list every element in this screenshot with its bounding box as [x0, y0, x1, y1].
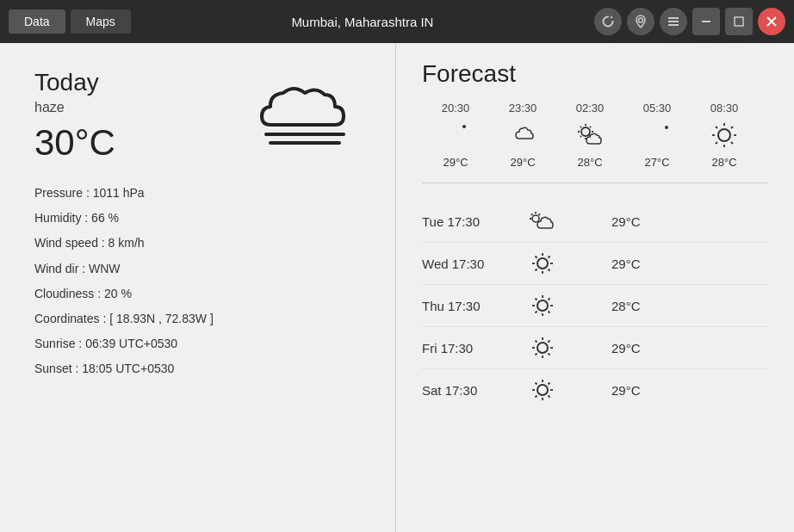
today-info: Today haze 30°C — [34, 69, 115, 164]
hourly-icon-0 — [440, 120, 471, 151]
maximize-button[interactable] — [725, 8, 753, 35]
window-title: Mumbai, Maharashtra IN — [136, 15, 589, 29]
hourly-time-0: 20:30 — [442, 102, 470, 114]
titlebar: Data Maps Mumbai, Maharashtra IN — [0, 0, 794, 43]
svg-line-61 — [536, 354, 537, 356]
svg-line-41 — [549, 269, 550, 271]
hourly-time-1: 23:30 — [509, 102, 537, 114]
detail-sunrise: Sunrise : 06:39 UTC+0530 — [34, 331, 361, 356]
svg-point-53 — [537, 343, 548, 353]
minimize-icon — [700, 15, 712, 28]
svg-line-52 — [536, 312, 537, 313]
svg-rect-4 — [702, 21, 710, 22]
hourly-time-3: 05:30 — [643, 102, 672, 114]
titlebar-icons — [594, 8, 785, 35]
hourly-temp-4: 28°C — [711, 156, 736, 169]
hourly-icon-3 — [642, 120, 673, 151]
tab-maps[interactable]: Maps — [71, 9, 131, 34]
svg-line-40 — [536, 257, 537, 258]
svg-point-20 — [665, 126, 668, 129]
hourly-item-3: 05:30 27°C — [623, 102, 691, 169]
svg-line-59 — [549, 354, 550, 356]
svg-line-33 — [531, 214, 533, 216]
svg-line-16 — [580, 127, 581, 127]
svg-rect-5 — [735, 17, 743, 26]
right-panel: Forecast 20:30 29°C 23:30 29°C — [396, 43, 794, 532]
daily-temp-2: 28°C — [611, 299, 641, 313]
daily-temp-4: 29°C — [611, 383, 641, 398]
svg-point-10 — [462, 125, 466, 128]
svg-line-18 — [590, 127, 591, 127]
svg-line-58 — [536, 341, 537, 343]
svg-point-44 — [537, 300, 548, 311]
location-icon — [634, 15, 648, 28]
daily-row-4: Sat 17:30 29°C — [422, 369, 768, 411]
daily-icon-1 — [517, 250, 568, 277]
tab-data[interactable]: Data — [9, 9, 65, 34]
svg-point-62 — [537, 385, 548, 395]
maximize-icon — [733, 15, 745, 28]
svg-line-19 — [580, 136, 581, 137]
hourly-temp-0: 29°C — [443, 156, 468, 169]
hourly-time-4: 08:30 — [710, 102, 739, 114]
menu-button[interactable] — [660, 8, 687, 35]
today-weather-icon — [249, 69, 361, 155]
svg-line-29 — [716, 142, 717, 144]
minimize-button[interactable] — [692, 8, 720, 35]
detail-coordinates: Coordinates : [ 18.93N , 72.83W ] — [34, 306, 361, 331]
hourly-item-0: 20:30 29°C — [422, 102, 489, 169]
left-panel: Today haze 30°C Pressure : 1011 hPa — [0, 43, 396, 532]
svg-line-70 — [536, 396, 537, 398]
detail-pressure: Pressure : 1011 hPa — [34, 181, 361, 206]
detail-cloudiness: Cloudiness : 20 % — [34, 281, 361, 306]
svg-line-49 — [536, 299, 537, 300]
hourly-item-4: 08:30 28°C — [691, 102, 758, 169]
daily-date-2: Thu 17:30 — [422, 299, 517, 313]
svg-line-42 — [549, 257, 550, 258]
daily-icon-0 — [517, 207, 568, 235]
daily-icon-3 — [517, 334, 568, 362]
detail-sunset: Sunset : 18:05 UTC+0530 — [34, 356, 361, 381]
svg-line-67 — [536, 383, 537, 385]
svg-rect-1 — [668, 17, 679, 19]
hourly-forecast: 20:30 29°C 23:30 29°C 02:30 — [422, 102, 768, 183]
svg-line-28 — [731, 127, 733, 128]
svg-line-69 — [549, 383, 550, 385]
daily-forecast: Tue 17:30 29°C Wed 17:30 — [422, 201, 768, 411]
detail-humidity: Humidity : 66 % — [34, 206, 361, 231]
svg-line-27 — [731, 142, 733, 144]
detail-wind-dir: Wind dir : WNW — [34, 257, 361, 281]
daily-row-2: Thu 17:30 28°C — [422, 285, 768, 327]
svg-rect-3 — [668, 24, 679, 26]
main-content: Today haze 30°C Pressure : 1011 hPa — [0, 43, 794, 532]
hourly-temp-2: 28°C — [577, 156, 602, 169]
details-section: Pressure : 1011 hPa Humidity : 66 % Wind… — [34, 181, 361, 382]
menu-icon — [667, 15, 680, 28]
svg-line-51 — [549, 299, 550, 300]
svg-point-30 — [532, 215, 539, 222]
daily-temp-0: 29°C — [611, 214, 641, 229]
svg-line-43 — [536, 269, 537, 271]
daily-temp-1: 29°C — [611, 257, 641, 271]
daily-icon-2 — [517, 292, 568, 319]
detail-wind-speed: Wind speed : 8 km/h — [34, 231, 361, 256]
daily-row-0: Tue 17:30 29°C — [422, 201, 768, 243]
svg-rect-2 — [668, 21, 679, 22]
refresh-icon — [601, 15, 615, 28]
today-top: Today haze 30°C — [34, 69, 361, 164]
daily-date-4: Sat 17:30 — [422, 383, 517, 398]
refresh-button[interactable] — [594, 8, 622, 35]
hourly-temp-1: 29°C — [510, 156, 535, 169]
location-button[interactable] — [627, 8, 654, 35]
daily-date-0: Tue 17:30 — [422, 214, 517, 229]
svg-point-21 — [718, 129, 730, 141]
svg-point-0 — [639, 18, 643, 22]
hourly-item-1: 23:30 29°C — [489, 102, 556, 169]
forecast-title: Forecast — [422, 60, 768, 88]
today-temperature: 30°C — [34, 122, 115, 164]
hourly-icon-4 — [709, 120, 740, 151]
today-title: Today — [34, 69, 115, 96]
svg-point-11 — [581, 127, 590, 136]
svg-point-35 — [537, 258, 548, 269]
close-button[interactable] — [758, 8, 785, 35]
